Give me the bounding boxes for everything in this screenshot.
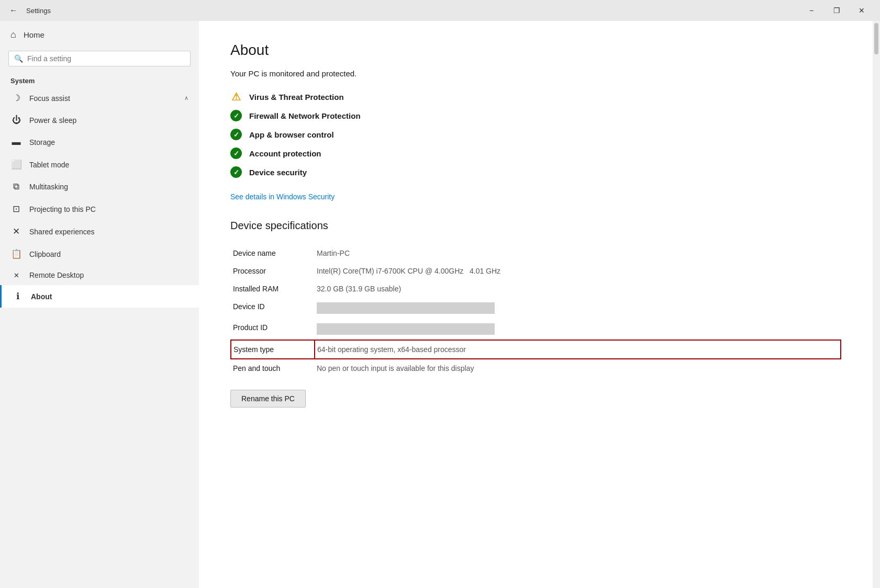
sidebar-item-remote-desktop-label: Remote Desktop (29, 271, 84, 279)
spec-value-product-id (315, 319, 841, 340)
sidebar-item-shared-experiences[interactable]: ✕ Shared experiences (0, 220, 199, 243)
sidebar-item-home[interactable]: ⌂ Home (0, 21, 199, 49)
about-icon: ℹ (12, 291, 24, 302)
spec-value-device-id (315, 298, 841, 319)
sidebar-item-multitasking[interactable]: ⧉ Multitasking (0, 176, 199, 198)
spec-value-pen-touch: No pen or touch input is available for t… (315, 359, 841, 377)
spec-row-ram: Installed RAM 32.0 GB (31.9 GB usable) (231, 280, 841, 298)
content-area: About Your PC is monitored and protected… (199, 21, 873, 588)
protection-item-virus: ⚠ Virus & Threat Protection (230, 87, 841, 106)
protection-item-device-security-label: Device security (249, 168, 307, 177)
sidebar-item-storage-label: Storage (29, 138, 55, 146)
sidebar-item-focus-assist[interactable]: ☽ Focus assist ∧ (0, 87, 199, 109)
sidebar-item-clipboard-label: Clipboard (29, 250, 61, 258)
protection-item-account: ✓ Account protection (230, 144, 841, 163)
restore-button[interactable]: ❐ (825, 0, 849, 21)
close-button[interactable]: ✕ (850, 0, 874, 21)
sidebar: ⌂ Home 🔍 System ☽ Focus assist ∧ ⏻ Power… (0, 21, 199, 588)
ok-icon-device-security: ✓ (230, 166, 242, 178)
title-bar-title: Settings (26, 7, 799, 15)
projecting-icon: ⊡ (10, 203, 22, 214)
sidebar-item-power-sleep-label: Power & sleep (29, 116, 76, 125)
sidebar-item-clipboard[interactable]: 📋 Clipboard (0, 243, 199, 265)
ok-icon-browser: ✓ (230, 129, 242, 140)
spec-value-ram: 32.0 GB (31.9 GB usable) (315, 280, 841, 298)
product-id-redacted (317, 323, 495, 335)
spec-label-device-name: Device name (231, 244, 315, 262)
protection-subtitle: Your PC is monitored and protected. (230, 69, 841, 78)
spec-value-processor: Intel(R) Core(TM) i7-6700K CPU @ 4.00GHz… (315, 262, 841, 280)
protection-item-browser-label: App & browser control (249, 130, 334, 139)
power-sleep-icon: ⏻ (10, 115, 22, 126)
sidebar-item-focus-assist-label: Focus assist (29, 94, 70, 103)
warning-icon: ⚠ (230, 91, 242, 103)
spec-value-system-type: 64-bit operating system, x64-based proce… (315, 340, 841, 359)
page-title: About (230, 42, 841, 59)
scrollbar-track[interactable] (873, 21, 880, 588)
focus-assist-icon: ☽ (10, 93, 22, 104)
protection-list: ⚠ Virus & Threat Protection ✓ Firewall &… (230, 87, 841, 182)
sidebar-item-about[interactable]: ℹ About (0, 285, 199, 308)
sidebar-item-about-label: About (31, 292, 52, 301)
sidebar-item-projecting-label: Projecting to this PC (29, 205, 96, 213)
sidebar-item-tablet-mode-label: Tablet mode (29, 161, 69, 169)
ok-icon-account: ✓ (230, 148, 242, 159)
sidebar-item-projecting[interactable]: ⊡ Projecting to this PC (0, 198, 199, 220)
spec-row-pen-touch: Pen and touch No pen or touch input is a… (231, 359, 841, 377)
sidebar-item-tablet-mode[interactable]: ⬜ Tablet mode (0, 153, 199, 176)
protection-item-firewall: ✓ Firewall & Network Protection (230, 106, 841, 125)
spec-label-device-id: Device ID (231, 298, 315, 319)
multitasking-icon: ⧉ (10, 182, 22, 192)
spec-row-device-name: Device name Martin-PC (231, 244, 841, 262)
spec-row-device-id: Device ID (231, 298, 841, 319)
see-details-link[interactable]: See details in Windows Security (230, 193, 335, 201)
minimize-button[interactable]: − (799, 0, 823, 21)
ok-icon-firewall: ✓ (230, 110, 242, 121)
spec-row-processor: Processor Intel(R) Core(TM) i7-6700K CPU… (231, 262, 841, 280)
spec-label-ram: Installed RAM (231, 280, 315, 298)
sidebar-item-storage[interactable]: ▬ Storage (0, 131, 199, 153)
device-id-redacted (317, 302, 495, 314)
protection-item-account-label: Account protection (249, 149, 321, 158)
protection-item-browser: ✓ App & browser control (230, 125, 841, 144)
device-specs-title: Device specifications (230, 220, 841, 232)
title-bar: ← Settings − ❐ ✕ (0, 0, 880, 21)
sidebar-home-label: Home (24, 30, 44, 39)
shared-experiences-icon: ✕ (10, 226, 22, 237)
home-icon: ⌂ (10, 29, 16, 40)
protection-item-firewall-label: Firewall & Network Protection (249, 111, 361, 120)
remote-desktop-icon: ✕ (10, 272, 22, 279)
spec-label-system-type: System type (231, 340, 315, 359)
search-icon: 🔍 (14, 54, 23, 63)
sidebar-item-remote-desktop[interactable]: ✕ Remote Desktop (0, 265, 199, 285)
spec-label-pen-touch: Pen and touch (231, 359, 315, 377)
scrollbar-thumb[interactable] (874, 23, 878, 54)
system-section-label: System (0, 73, 199, 87)
search-input[interactable] (27, 54, 185, 63)
spec-value-device-name: Martin-PC (315, 244, 841, 262)
protection-item-virus-label: Virus & Threat Protection (249, 93, 344, 101)
tablet-mode-icon: ⬜ (10, 159, 22, 170)
sidebar-item-multitasking-label: Multitasking (29, 183, 68, 191)
specs-table: Device name Martin-PC Processor Intel(R)… (230, 244, 841, 377)
protection-item-device-security: ✓ Device security (230, 163, 841, 182)
search-box[interactable]: 🔍 (8, 51, 191, 66)
storage-icon: ▬ (10, 137, 22, 148)
sidebar-item-shared-experiences-label: Shared experiences (29, 228, 95, 236)
spec-label-product-id: Product ID (231, 319, 315, 340)
main-layout: ⌂ Home 🔍 System ☽ Focus assist ∧ ⏻ Power… (0, 21, 880, 588)
back-button[interactable]: ← (6, 3, 21, 18)
window-controls: − ❐ ✕ (799, 0, 874, 21)
clipboard-icon: 📋 (10, 248, 22, 259)
spec-row-system-type: System type 64-bit operating system, x64… (231, 340, 841, 359)
chevron-up-icon: ∧ (184, 95, 188, 101)
spec-label-processor: Processor (231, 262, 315, 280)
rename-pc-button[interactable]: Rename this PC (230, 390, 306, 408)
spec-row-product-id: Product ID (231, 319, 841, 340)
sidebar-item-power-sleep[interactable]: ⏻ Power & sleep (0, 109, 199, 131)
